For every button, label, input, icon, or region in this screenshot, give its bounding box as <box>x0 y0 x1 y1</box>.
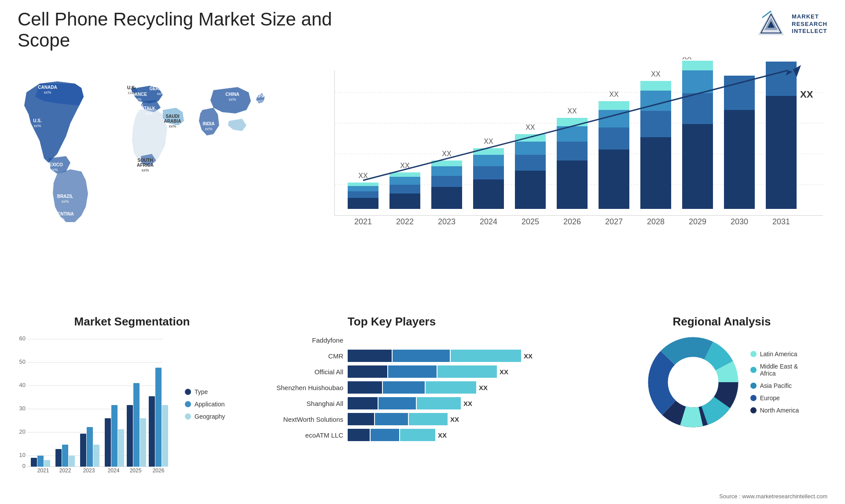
svg-text:xx%: xx% <box>157 91 164 96</box>
player-row: Official All XX <box>264 365 519 378</box>
legend-type: Type <box>185 388 225 395</box>
svg-point-150 <box>669 358 717 406</box>
svg-text:ITALY: ITALY <box>143 106 155 111</box>
bar-seg3 <box>426 381 476 394</box>
svg-rect-91 <box>682 124 713 209</box>
svg-text:xx%: xx% <box>257 99 264 103</box>
svg-rect-79 <box>599 150 629 209</box>
logo-text: MARKET RESEARCH INTELLECT <box>792 13 827 36</box>
player-name: NextWorth Solutions <box>264 416 343 423</box>
svg-rect-80 <box>599 128 629 150</box>
svg-rect-43 <box>348 198 378 209</box>
world-map-svg: CANADA xx% U.S. xx% MEXICO xx% BRAZIL xx… <box>13 57 304 242</box>
regional-title: Regional Analysis <box>612 315 832 329</box>
svg-text:xx%: xx% <box>205 127 212 131</box>
svg-text:JAPAN: JAPAN <box>253 94 268 99</box>
svg-rect-46 <box>348 183 378 186</box>
player-value: XX <box>500 368 508 376</box>
svg-rect-57 <box>431 166 462 176</box>
player-bar <box>348 429 435 441</box>
legend-asia-pacific: Asia Pacific <box>750 382 799 389</box>
svg-text:INDIA: INDIA <box>202 121 214 126</box>
player-row: Faddyfone <box>264 334 519 346</box>
svg-text:xx%: xx% <box>134 97 141 102</box>
svg-text:XX: XX <box>609 91 619 98</box>
seg-legend: Type Application Geography <box>180 334 225 475</box>
svg-text:xx%: xx% <box>169 124 176 128</box>
svg-text:2023: 2023 <box>83 467 95 474</box>
application-label: Application <box>195 401 225 408</box>
bar-seg3 <box>409 413 448 425</box>
svg-text:XX: XX <box>682 57 692 61</box>
bar-seg1 <box>348 397 378 409</box>
svg-rect-62 <box>473 166 504 179</box>
svg-rect-44 <box>348 191 378 198</box>
bar-seg2 <box>393 350 450 362</box>
legend-europe: Europe <box>750 394 799 402</box>
player-value: XX <box>450 416 459 423</box>
legend-mea: Middle East &Africa <box>750 363 799 377</box>
svg-text:xx%: xx% <box>33 124 41 128</box>
svg-text:2024: 2024 <box>480 217 497 226</box>
asia-pacific-label: Asia Pacific <box>760 382 792 389</box>
svg-text:U.K.: U.K. <box>127 85 136 90</box>
geography-label: Geography <box>195 413 225 420</box>
svg-text:50: 50 <box>19 358 26 365</box>
svg-text:xx%: xx% <box>57 217 64 221</box>
bar-seg2 <box>383 381 425 394</box>
player-bar <box>348 413 448 425</box>
type-label: Type <box>195 388 208 395</box>
svg-rect-88 <box>640 81 671 91</box>
svg-text:10: 10 <box>19 452 26 458</box>
svg-rect-139 <box>140 418 146 467</box>
header: Cell Phone Recycling Market Size and Sco… <box>18 9 827 51</box>
bar-seg1 <box>348 413 374 425</box>
svg-text:xx%: xx% <box>44 90 51 95</box>
mea-dot <box>750 367 757 373</box>
svg-rect-94 <box>682 61 713 70</box>
player-name: Shanghai All <box>264 400 343 407</box>
player-row: Shanghai All XX <box>264 397 519 409</box>
player-bar-container: XX <box>348 413 519 425</box>
bar-seg1 <box>348 350 392 362</box>
svg-rect-73 <box>557 161 588 209</box>
svg-text:2027: 2027 <box>605 217 623 226</box>
svg-text:XX: XX <box>651 70 661 78</box>
mea-label: Middle East &Africa <box>760 363 798 377</box>
svg-text:U.S.: U.S. <box>33 118 42 123</box>
svg-rect-126 <box>62 445 68 467</box>
players-list: Faddyfone CMR XX Official All <box>260 334 524 441</box>
svg-rect-51 <box>389 177 420 185</box>
svg-rect-130 <box>87 427 93 467</box>
bar-seg2 <box>378 397 416 409</box>
svg-text:2021: 2021 <box>354 217 372 226</box>
player-bar-container: XX <box>348 397 519 409</box>
svg-text:20: 20 <box>19 428 26 435</box>
svg-text:2026: 2026 <box>563 217 581 226</box>
bar-seg2 <box>375 413 408 425</box>
north-america-dot <box>750 407 757 413</box>
svg-rect-123 <box>44 460 50 467</box>
player-bar <box>348 397 461 409</box>
player-value: XX <box>463 400 472 407</box>
player-bar <box>348 381 476 394</box>
svg-rect-92 <box>682 93 713 124</box>
svg-rect-141 <box>149 396 155 467</box>
svg-rect-52 <box>389 172 420 177</box>
svg-rect-74 <box>557 142 588 161</box>
player-bar <box>348 350 521 362</box>
svg-text:MEXICO: MEXICO <box>45 162 63 167</box>
player-name: Shenzhen Huishoubao <box>264 384 343 391</box>
svg-text:GERMANY: GERMANY <box>149 86 172 91</box>
legend-geography: Geography <box>185 413 225 420</box>
player-name: Faddyfone <box>264 336 343 344</box>
player-bar <box>348 365 497 378</box>
svg-text:AFRICA: AFRICA <box>137 163 154 168</box>
page-title: Cell Phone Recycling Market Size and Sco… <box>18 9 370 51</box>
asia-pacific-dot <box>750 383 757 389</box>
legend-latin-america: Latin America <box>750 351 799 358</box>
svg-text:XX: XX <box>484 138 493 145</box>
svg-text:SAUDI: SAUDI <box>165 114 179 119</box>
segmentation-title: Market Segmentation <box>13 315 251 329</box>
player-row: CMR XX <box>264 350 519 362</box>
